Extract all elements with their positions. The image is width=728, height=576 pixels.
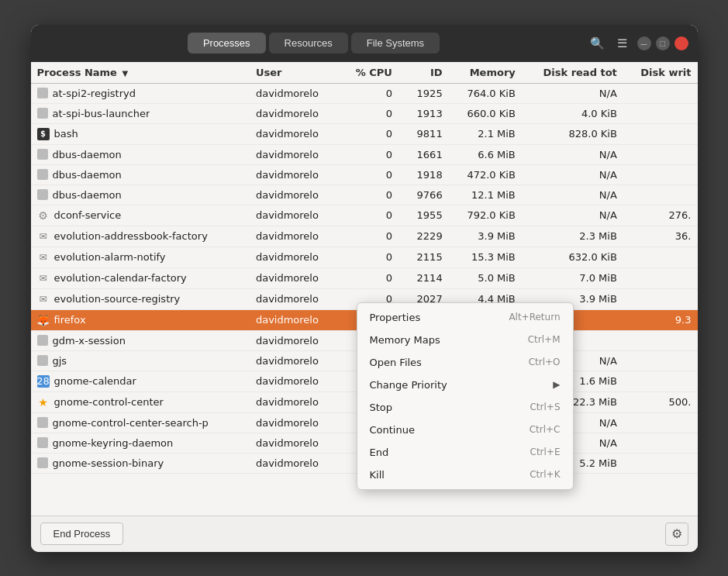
cell-process-name: ✉ evolution-source-registry	[31, 289, 217, 309]
tab-processes[interactable]: Processes	[188, 33, 266, 53]
cell-disk-write	[623, 371, 698, 391]
table-row[interactable]: dbus-daemon davidmorelo 0 9766 12.1 MiB …	[31, 185, 698, 205]
col-disk-read[interactable]: Disk read tot	[522, 62, 623, 84]
search-icon-button[interactable]: 🔍	[588, 33, 608, 53]
cell-memory: 5.0 MiB	[449, 267, 522, 288]
cell-user: davidmorelo	[250, 83, 341, 103]
titlebar-icons: 🔍 ☰ – □ ✕	[588, 33, 688, 53]
cell-memory: 12.1 MiB	[449, 185, 522, 205]
cell-user: davidmorelo	[250, 123, 341, 144]
minimize-button[interactable]: –	[637, 36, 651, 50]
context-menu-item-memory-maps[interactable]: Memory Maps Ctrl+M	[357, 329, 573, 351]
menu-icon-button[interactable]: ☰	[612, 33, 633, 53]
context-menu-item-change-priority[interactable]: Change Priority ▶	[357, 374, 573, 396]
table-row[interactable]: dbus-daemon davidmorelo 0 1661 6.6 MiB N…	[31, 144, 698, 164]
ctx-item-label: Open Files	[370, 357, 422, 368]
tab-filesystems[interactable]: File Systems	[351, 33, 440, 53]
table-row[interactable]: ✉ evolution-calendar-factory davidmorelo…	[31, 267, 698, 288]
context-menu-item-end[interactable]: End Ctrl+E	[357, 441, 573, 464]
gear-proc-icon: ⚙	[37, 209, 50, 222]
proc-generic-icon	[37, 169, 48, 180]
proc-generic-icon	[37, 457, 48, 468]
process-name-text: gnome-control-center-search-p	[53, 417, 209, 429]
ctx-item-label: Stop	[370, 402, 393, 413]
cell-cpu: 0	[341, 205, 399, 226]
cell-disk-write	[623, 83, 698, 103]
process-name-text: firefox	[54, 314, 86, 326]
table-row[interactable]: ✉ evolution-alarm-notify davidmorelo 0 2…	[31, 247, 698, 267]
context-menu-item-continue[interactable]: Continue Ctrl+C	[357, 419, 573, 441]
context-menu-item-open-files[interactable]: Open Files Ctrl+O	[357, 351, 573, 374]
tab-resources[interactable]: Resources	[269, 33, 348, 53]
col-memory[interactable]: Memory	[449, 62, 522, 84]
context-menu-item-stop[interactable]: Stop Ctrl+S	[357, 396, 573, 419]
end-process-button[interactable]: End Process	[40, 523, 124, 545]
process-name-text: bash	[54, 128, 78, 140]
process-name-text: at-spi-bus-launcher	[53, 108, 150, 119]
proc-generic-icon	[37, 108, 48, 119]
cell-user: davidmorelo	[250, 412, 341, 433]
proc-generic-icon	[37, 189, 48, 200]
cell-disk-write	[623, 453, 698, 473]
cell-disk-write: 276.	[623, 205, 698, 226]
cell-disk-read: N/A	[522, 164, 623, 185]
cell-cpu: 0	[341, 185, 399, 205]
col-cpu[interactable]: % CPU	[341, 62, 399, 84]
table-header-row: Process Name ▼ User % CPU ID Memory Disk…	[31, 62, 698, 84]
cell-disk-write	[623, 267, 698, 288]
content-area: Process Name ▼ User % CPU ID Memory Disk…	[31, 62, 698, 552]
cell-cpu: 0	[341, 83, 399, 103]
table-row[interactable]: dbus-daemon davidmorelo 0 1918 472.0 KiB…	[31, 164, 698, 185]
cell-cpu: 0	[341, 226, 399, 247]
col-process-name[interactable]: Process Name ▼	[31, 62, 250, 84]
ctx-shortcut: Ctrl+S	[530, 402, 560, 412]
process-name-text: gjs	[53, 355, 67, 367]
cell-user: davidmorelo	[250, 309, 341, 330]
close-button[interactable]: ✕	[675, 36, 688, 50]
cell-cpu: 0	[341, 247, 399, 267]
ctx-item-label: Continue	[370, 424, 415, 436]
cell-user: davidmorelo	[250, 330, 341, 350]
cell-user: davidmorelo	[250, 371, 341, 391]
process-name-text: evolution-source-registry	[54, 293, 181, 305]
cell-disk-read: N/A	[522, 83, 623, 103]
col-id[interactable]: ID	[399, 62, 449, 84]
cell-disk-write	[623, 247, 698, 267]
ctx-item-label: End	[370, 447, 389, 458]
process-name-text: dbus-daemon	[53, 189, 122, 201]
cell-disk-read: 2.3 MiB	[522, 226, 623, 247]
table-row[interactable]: at-spi2-registryd davidmorelo 0 1925 764…	[31, 83, 698, 103]
ctx-item-label: Properties	[370, 312, 421, 323]
titlebar-tabs: Processes Resources File Systems	[40, 33, 588, 53]
cell-user: davidmorelo	[250, 164, 341, 185]
cell-user: davidmorelo	[250, 226, 341, 247]
cell-id: 1918	[399, 164, 449, 185]
col-disk-write[interactable]: Disk writ	[623, 62, 698, 84]
cell-user: davidmorelo	[250, 453, 341, 473]
process-name-text: at-spi2-registryd	[53, 88, 136, 99]
cell-id: 2229	[399, 226, 449, 247]
maximize-button[interactable]: □	[656, 36, 670, 50]
process-name-text: dbus-daemon	[53, 149, 122, 160]
context-menu-item-properties[interactable]: Properties Alt+Return	[357, 306, 573, 329]
col-user[interactable]: User	[250, 62, 341, 84]
table-row[interactable]: at-spi-bus-launcher davidmorelo 0 1913 6…	[31, 103, 698, 123]
gear-settings-button[interactable]: ⚙	[665, 523, 688, 546]
sort-arrow-icon: ▼	[122, 69, 128, 78]
cell-disk-read: N/A	[522, 205, 623, 226]
titlebar: Processes Resources File Systems 🔍 ☰ – □…	[31, 25, 698, 62]
process-name-text: gnome-keyring-daemon	[53, 437, 174, 449]
cell-disk-write	[623, 433, 698, 453]
ctx-shortcut: Ctrl+C	[530, 424, 561, 435]
cell-memory: 15.3 MiB	[449, 247, 522, 267]
cell-disk-read: N/A	[522, 144, 623, 164]
ctx-shortcut: Alt+Return	[509, 312, 560, 322]
proc-generic-icon	[37, 335, 48, 346]
cell-user: davidmorelo	[250, 185, 341, 205]
table-row[interactable]: ✉ evolution-addressbook-factory davidmor…	[31, 226, 698, 247]
process-name-text: dconf-service	[54, 209, 122, 221]
table-row[interactable]: $ bash davidmorelo 0 9811 2.1 MiB 828.0 …	[31, 123, 698, 144]
bottom-bar: End Process ⚙	[31, 516, 698, 552]
context-menu-item-kill[interactable]: Kill Ctrl+K	[357, 464, 573, 486]
table-row[interactable]: ⚙ dconf-service davidmorelo 0 1955 792.0…	[31, 205, 698, 226]
